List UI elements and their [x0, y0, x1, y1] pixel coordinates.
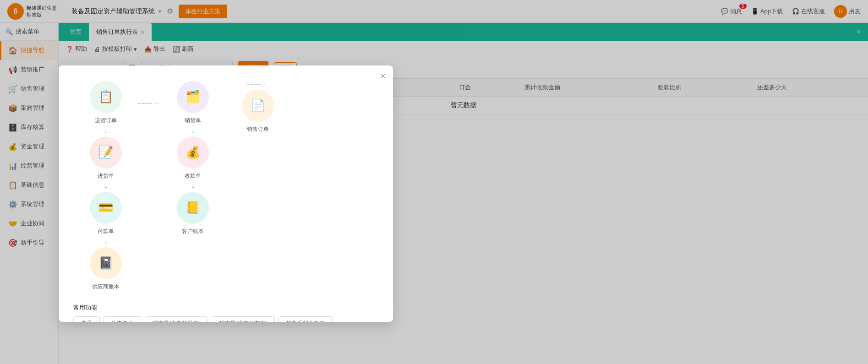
popup-overlay: × 📋 进货订单 ↓ 📝 进货单 ↓ 💳 付款单 ↓	[0, 0, 868, 364]
flow-node-payment[interactable]: 💳 付款单	[90, 192, 122, 235]
func-btn-4[interactable]: 销售毛利分析表	[278, 316, 333, 322]
flow-node-customer-ledger[interactable]: 📒 客户账本	[177, 192, 209, 235]
popup: × 📋 进货订单 ↓ 📝 进货单 ↓ 💳 付款单 ↓	[59, 65, 393, 322]
flow-node-sales-bill[interactable]: 🗂️ 销货单	[177, 81, 209, 125]
arrow-down-5: ↓	[191, 182, 195, 190]
purchase-order-icon: 📋	[90, 81, 122, 113]
payment-icon: 💳	[90, 192, 122, 224]
popup-close-btn[interactable]: ×	[380, 71, 386, 81]
receipt-icon: 💰	[177, 136, 209, 168]
arrow-down-1: ↓	[104, 126, 108, 135]
common-functions-title: 常用功能	[73, 304, 378, 312]
func-btn-3[interactable]: 现存量(库存分布表)	[212, 316, 275, 322]
arrow-down-4: ↓	[191, 126, 195, 135]
purchase-bill-icon: 📝	[90, 136, 122, 168]
flow-node-sales-order[interactable]: 📄 销售订单	[242, 90, 274, 133]
sales-bill-icon: 🗂️	[177, 81, 209, 113]
arrow-down-2: ↓	[104, 182, 108, 190]
supplier-ledger-icon: 📓	[90, 247, 122, 279]
common-functions: 常用功能 商品 往来单位 现存量(库存状况表) 现存量(库存分布表) 销售毛利分…	[73, 304, 378, 322]
flow-col-right: 🗂️ 销货单 ↓ 💰 收款单 ↓ 📒 客户账本	[169, 81, 281, 235]
func-btn-2[interactable]: 现存量(库存状况表)	[145, 316, 208, 322]
flow-col-left: 📋 进货订单 ↓ 📝 进货单 ↓ 💳 付款单 ↓ 📓 供应商账本	[82, 81, 129, 291]
arrow-down-3: ↓	[104, 237, 108, 245]
flow-node-supplier-ledger[interactable]: 📓 供应商账本	[90, 247, 122, 291]
flow-diagram: 📋 进货订单 ↓ 📝 进货单 ↓ 💳 付款单 ↓ 📓 供应商账本	[73, 76, 378, 300]
func-btn-1[interactable]: 往来单位	[104, 316, 141, 322]
flow-node-purchase-bill[interactable]: 📝 进货单	[90, 136, 122, 180]
flow-col-right-main: 🗂️ 销货单 ↓ 💰 收款单 ↓ 📒 客户账本	[169, 81, 216, 235]
flow-node-purchase-order[interactable]: 📋 进货订单	[90, 81, 122, 125]
flow-arrow-center: →	[138, 94, 160, 108]
func-buttons-row1: 商品 往来单位 现存量(库存状况表) 现存量(库存分布表) 销售毛利分析表 商品…	[73, 316, 378, 322]
customer-ledger-icon: 📒	[177, 192, 209, 224]
sales-order-icon: 📄	[242, 90, 274, 122]
flow-node-receipt[interactable]: 💰 收款单	[177, 136, 209, 180]
func-btn-0[interactable]: 商品	[73, 316, 100, 322]
